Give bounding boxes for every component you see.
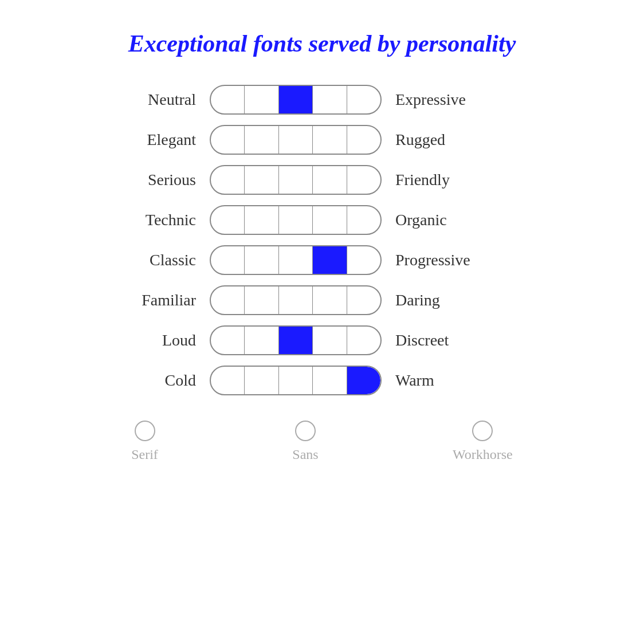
label-left-7: Cold [121, 371, 196, 390]
page-title: Exceptional fonts served by personality [128, 30, 516, 57]
slider-row[interactable]: TechnicOrganic [121, 205, 523, 235]
slider-row[interactable]: ClassicProgressive [121, 245, 523, 275]
label-right-6: Discreet [395, 331, 510, 350]
label-right-4: Progressive [395, 251, 510, 269]
segment-6-1[interactable] [245, 327, 278, 354]
segment-bar-0[interactable] [210, 85, 382, 115]
segment-1-2[interactable] [279, 126, 313, 154]
segment-2-4[interactable] [347, 166, 380, 194]
slider-row[interactable]: NeutralExpressive [121, 85, 523, 115]
segment-4-1[interactable] [245, 246, 278, 274]
label-left-0: Neutral [121, 91, 196, 109]
segment-2-2[interactable] [279, 166, 313, 194]
nav-circle-0[interactable] [135, 421, 155, 441]
slider-row[interactable]: ColdWarm [121, 366, 523, 395]
segment-0-0[interactable] [211, 86, 245, 113]
segment-3-2[interactable] [279, 206, 313, 234]
segment-4-2[interactable] [279, 246, 313, 274]
label-left-2: Serious [121, 171, 196, 189]
nav-label-1: Sans [292, 447, 318, 462]
label-left-4: Classic [121, 251, 196, 269]
segment-bar-4[interactable] [210, 245, 382, 275]
nav-label-2: Workhorse [453, 447, 513, 462]
segment-6-2[interactable] [279, 327, 313, 354]
nav-circle-1[interactable] [295, 421, 316, 441]
label-left-5: Familiar [121, 291, 196, 309]
label-right-7: Warm [395, 371, 510, 390]
nav-item-sans[interactable]: Sans [292, 421, 318, 462]
segment-bar-2[interactable] [210, 165, 382, 195]
segment-bar-7[interactable] [210, 366, 382, 395]
slider-row[interactable]: SeriousFriendly [121, 165, 523, 195]
slider-row[interactable]: ElegantRugged [121, 125, 523, 155]
segment-2-3[interactable] [313, 166, 347, 194]
segment-6-3[interactable] [313, 327, 347, 354]
label-right-1: Rugged [395, 131, 510, 149]
segment-6-4[interactable] [347, 327, 380, 354]
segment-5-3[interactable] [313, 286, 347, 314]
segment-3-3[interactable] [313, 206, 347, 234]
segment-7-0[interactable] [211, 367, 245, 394]
segment-bar-3[interactable] [210, 205, 382, 235]
segment-bar-5[interactable] [210, 285, 382, 315]
sliders-container: NeutralExpressiveElegantRuggedSeriousFri… [0, 85, 644, 395]
segment-5-1[interactable] [245, 286, 278, 314]
segment-0-1[interactable] [245, 86, 278, 113]
nav-circle-2[interactable] [472, 421, 493, 441]
nav-item-serif[interactable]: Serif [131, 421, 158, 462]
segment-bar-6[interactable] [210, 325, 382, 355]
segment-3-1[interactable] [245, 206, 278, 234]
segment-bar-1[interactable] [210, 125, 382, 155]
segment-4-0[interactable] [211, 246, 245, 274]
segment-0-2[interactable] [279, 86, 313, 113]
segment-1-3[interactable] [313, 126, 347, 154]
segment-7-2[interactable] [279, 367, 313, 394]
segment-5-0[interactable] [211, 286, 245, 314]
nav-label-0: Serif [131, 447, 158, 462]
slider-row[interactable]: FamiliarDaring [121, 285, 523, 315]
segment-0-4[interactable] [347, 86, 380, 113]
segment-2-1[interactable] [245, 166, 278, 194]
label-left-3: Technic [121, 211, 196, 229]
bottom-nav: SerifSansWorkhorse [64, 421, 580, 462]
label-right-0: Expressive [395, 91, 510, 109]
label-left-6: Loud [121, 331, 196, 350]
segment-4-4[interactable] [347, 246, 380, 274]
segment-2-0[interactable] [211, 166, 245, 194]
segment-1-4[interactable] [347, 126, 380, 154]
segment-3-0[interactable] [211, 206, 245, 234]
segment-5-2[interactable] [279, 286, 313, 314]
segment-1-1[interactable] [245, 126, 278, 154]
segment-7-3[interactable] [313, 367, 347, 394]
segment-0-3[interactable] [313, 86, 347, 113]
label-left-1: Elegant [121, 131, 196, 149]
slider-row[interactable]: LoudDiscreet [121, 325, 523, 355]
segment-3-4[interactable] [347, 206, 380, 234]
label-right-3: Organic [395, 211, 510, 229]
label-right-5: Daring [395, 291, 510, 309]
nav-item-workhorse[interactable]: Workhorse [453, 421, 513, 462]
segment-5-4[interactable] [347, 286, 380, 314]
segment-1-0[interactable] [211, 126, 245, 154]
segment-7-1[interactable] [245, 367, 278, 394]
label-right-2: Friendly [395, 171, 510, 189]
segment-6-0[interactable] [211, 327, 245, 354]
segment-4-3[interactable] [313, 246, 347, 274]
segment-7-4[interactable] [347, 367, 380, 394]
